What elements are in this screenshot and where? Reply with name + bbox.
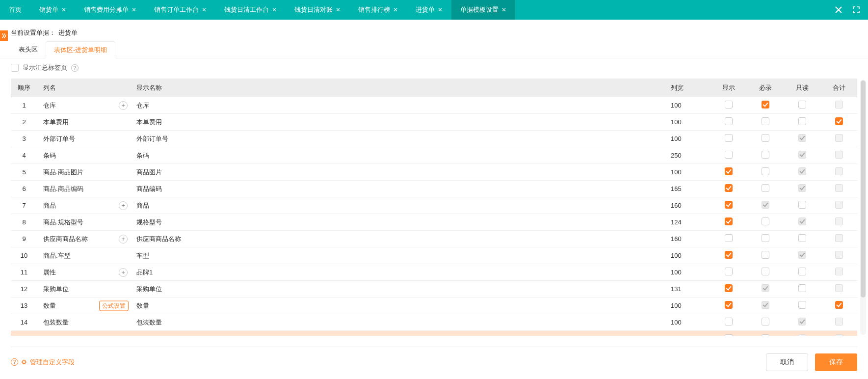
close-icon[interactable]: ✕ (501, 6, 506, 13)
close-all-tabs-icon[interactable] (831, 2, 846, 18)
top-tab[interactable]: 单据模板设置✕ (451, 0, 515, 20)
table-row[interactable]: 5商品.商品图片商品图片100 (11, 164, 857, 181)
close-icon[interactable]: ✕ (438, 6, 443, 13)
table-row[interactable]: 3外部订单号外部订单号100 (11, 131, 857, 147)
checkbox[interactable] (762, 184, 769, 192)
table-row[interactable]: 1仓库+仓库100 (11, 97, 857, 114)
top-tab[interactable]: 首页 (0, 0, 30, 20)
top-tab[interactable]: 销售排行榜✕ (349, 0, 407, 20)
cell-width[interactable]: 100 (665, 331, 710, 336)
top-tab[interactable]: 钱货日清工作台✕ (215, 0, 286, 20)
checkbox[interactable] (725, 217, 733, 225)
add-subcolumn-icon[interactable]: + (119, 235, 128, 244)
checkbox[interactable] (725, 334, 733, 336)
close-icon[interactable]: ✕ (202, 6, 207, 13)
checkbox[interactable] (762, 101, 769, 108)
cancel-button[interactable]: 取消 (766, 353, 808, 371)
cell-display-name[interactable]: 商品图片 (131, 164, 665, 181)
checkbox[interactable] (762, 117, 769, 125)
table-row[interactable]: 9供应商商品名称+供应商商品名称160 (11, 231, 857, 247)
formula-settings-button[interactable]: 公式设置 (99, 300, 129, 311)
table-row[interactable]: 11属性+品牌1100 (11, 264, 857, 281)
cell-width[interactable]: 100 (665, 131, 710, 147)
scrollbar-thumb[interactable] (861, 81, 866, 298)
checkbox[interactable] (798, 301, 806, 309)
cell-width[interactable]: 100 (665, 164, 710, 181)
add-subcolumn-icon[interactable]: + (119, 268, 128, 277)
cell-display-name[interactable]: 品牌1 (131, 264, 665, 281)
checkbox[interactable] (762, 268, 769, 275)
checkbox[interactable] (762, 318, 769, 325)
top-tab[interactable]: 钱货日清对账✕ (286, 0, 349, 20)
cell-width[interactable]: 160 (665, 197, 710, 214)
add-subcolumn-icon[interactable]: + (119, 101, 128, 110)
table-row[interactable]: 10商品.车型车型100 (11, 247, 857, 264)
cell-width[interactable]: 100 (665, 114, 710, 131)
checkbox[interactable] (762, 217, 769, 225)
checkbox[interactable] (762, 334, 769, 336)
checkbox[interactable] (798, 117, 806, 125)
table-row[interactable]: 13数量公式设置数量100 (11, 298, 857, 314)
checkbox[interactable] (725, 167, 733, 175)
checkbox[interactable] (725, 184, 733, 192)
save-button[interactable]: 保存 (815, 353, 857, 371)
checkbox[interactable] (725, 268, 733, 275)
cell-display-name[interactable]: 仓库 (131, 97, 665, 114)
cell-width[interactable]: 100 (665, 97, 710, 114)
vertical-scrollbar[interactable] (860, 80, 866, 335)
section-tab[interactable]: 表体区-进货单明细 (46, 41, 115, 58)
checkbox[interactable] (798, 268, 806, 275)
table-row[interactable]: 2本单费用本单费用100 (11, 114, 857, 131)
cell-width[interactable]: 100 (665, 247, 710, 264)
checkbox[interactable] (725, 251, 733, 259)
close-icon[interactable]: ✕ (272, 6, 277, 13)
table-row[interactable]: 7商品+商品160 (11, 197, 857, 214)
section-tab[interactable]: 表头区 (11, 41, 46, 58)
close-icon[interactable]: ✕ (132, 6, 136, 13)
checkbox[interactable] (798, 101, 806, 108)
checkbox[interactable] (725, 117, 733, 125)
cell-display-name[interactable]: 数量 (131, 298, 665, 314)
close-icon[interactable]: ✕ (61, 6, 66, 13)
checkbox[interactable] (725, 151, 733, 159)
table-row[interactable]: 6商品.商品编码商品编码165 (11, 181, 857, 197)
checkbox[interactable] (725, 301, 733, 309)
top-tab[interactable]: 销售费用分摊单✕ (75, 0, 145, 20)
checkbox[interactable] (762, 251, 769, 259)
cell-display-name[interactable]: 商品 (131, 197, 665, 214)
cell-display-name[interactable]: 外部订单号 (131, 131, 665, 147)
cell-display-name[interactable]: 车型 (131, 247, 665, 264)
cell-display-name[interactable]: 包装数量 (131, 314, 665, 331)
cell-display-name[interactable]: 单位2 (131, 331, 665, 336)
top-tab[interactable]: 销货单✕ (30, 0, 75, 20)
cell-width[interactable]: 160 (665, 231, 710, 247)
cell-width[interactable]: 131 (665, 281, 710, 298)
add-subcolumn-icon[interactable]: + (119, 201, 128, 210)
checkbox[interactable] (762, 167, 769, 175)
cell-width[interactable]: 165 (665, 181, 710, 197)
cell-display-name[interactable]: 条码 (131, 147, 665, 164)
cell-width[interactable]: 100 (665, 264, 710, 281)
checkbox[interactable] (725, 318, 733, 325)
table-row[interactable]: 15单位2单位2100 (11, 331, 857, 336)
table-row[interactable]: 4条码条码250 (11, 147, 857, 164)
expand-sidebar-icon[interactable] (0, 30, 8, 41)
table-row[interactable]: 12采购单位采购单位131 (11, 281, 857, 298)
fullscreen-icon[interactable] (848, 2, 864, 18)
show-summary-checkbox[interactable] (11, 64, 19, 72)
cell-width[interactable]: 250 (665, 147, 710, 164)
table-row[interactable]: 14包装数量包装数量100 (11, 314, 857, 331)
cell-display-name[interactable]: 商品编码 (131, 181, 665, 197)
cell-display-name[interactable]: 采购单位 (131, 281, 665, 298)
close-icon[interactable]: ✕ (336, 6, 341, 13)
table-scroll[interactable]: 顺序 列名 显示名称 列宽 显示 必录 只读 合计 1仓库+仓库1002本单费用… (11, 79, 857, 336)
checkbox[interactable] (798, 284, 806, 292)
checkbox[interactable] (762, 234, 769, 242)
checkbox[interactable] (725, 101, 733, 108)
cell-display-name[interactable]: 规格型号 (131, 214, 665, 231)
checkbox[interactable] (762, 151, 769, 159)
top-tab[interactable]: 销售订单工作台✕ (145, 0, 215, 20)
manage-custom-fields-link[interactable]: 管理自定义字段 (30, 358, 75, 367)
table-row[interactable]: 8商品.规格型号规格型号124 (11, 214, 857, 231)
checkbox[interactable] (835, 301, 843, 309)
